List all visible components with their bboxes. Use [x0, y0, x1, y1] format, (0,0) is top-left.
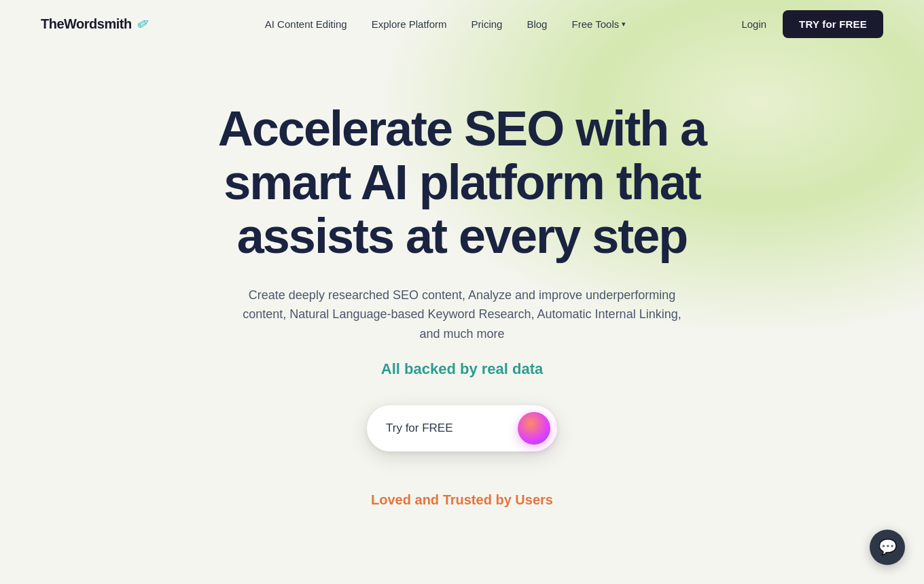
- nav-right: Login TRY for FREE: [741, 10, 883, 38]
- nav-item-ai-content-editing[interactable]: AI Content Editing: [265, 18, 347, 30]
- hero-title: Accelerate SEO with a smart AI platform …: [190, 102, 734, 264]
- hero-section: Accelerate SEO with a smart AI platform …: [0, 48, 924, 535]
- chat-icon: 💬: [878, 538, 897, 556]
- nav-item-free-tools[interactable]: Free Tools ▾: [571, 18, 626, 30]
- hero-subtitle: Create deeply researched SEO content, An…: [231, 286, 693, 344]
- logo-icon: ✏: [133, 13, 153, 35]
- nav-links: AI Content Editing Explore Platform Pric…: [265, 18, 626, 30]
- try-pill-label: Try for FREE: [386, 422, 453, 435]
- nav-item-pricing[interactable]: Pricing: [472, 18, 503, 30]
- nav-item-explore-platform[interactable]: Explore Platform: [372, 18, 447, 30]
- nav-item-blog[interactable]: Blog: [527, 18, 547, 30]
- navbar: TheWordsmith ✏ AI Content Editing Explor…: [0, 0, 924, 48]
- logo[interactable]: TheWordsmith ✏: [41, 15, 149, 33]
- chat-bubble-button[interactable]: 💬: [870, 530, 905, 565]
- logo-text: TheWordsmith: [41, 16, 132, 32]
- try-free-nav-button[interactable]: TRY for FREE: [783, 10, 883, 38]
- loved-trusted-text: Loved and Trusted by Users: [371, 492, 553, 508]
- chevron-down-icon: ▾: [622, 20, 626, 29]
- try-free-pill-button[interactable]: Try for FREE: [367, 405, 557, 451]
- hero-backed-text: All backed by real data: [381, 360, 543, 378]
- try-pill-orb: [518, 412, 550, 445]
- login-link[interactable]: Login: [741, 18, 766, 30]
